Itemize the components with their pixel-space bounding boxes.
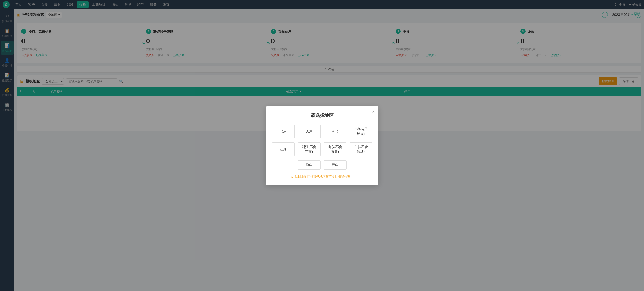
- modal-warning: ⊙ 除以上地区外其他地区暂不支持报税检查！: [272, 175, 372, 179]
- region-btn-tianjin[interactable]: 天津: [298, 125, 321, 138]
- region-select-modal: × 请选择地区 北京 天津 河北 上海(电子税局) 江苏 浙江(不含宁波) 山东…: [266, 106, 378, 185]
- region-btn-zhejiang[interactable]: 浙江(不含宁波): [298, 142, 321, 156]
- warning-icon: ⊙: [291, 175, 293, 178]
- region-btn-hebei[interactable]: 河北: [324, 125, 346, 138]
- region-btn-yunnan[interactable]: 云南: [324, 160, 347, 170]
- region-btn-shandong[interactable]: 山东(不含青岛): [324, 142, 346, 156]
- region-row-1: 北京 天津 河北 上海(电子税局): [272, 125, 372, 138]
- region-row-3: 海南 云南: [272, 160, 372, 170]
- region-row-2: 江苏 浙江(不含宁波) 山东(不含青岛) 广东(不含深圳): [272, 142, 372, 156]
- region-btn-jiangsu[interactable]: 江苏: [272, 142, 295, 156]
- warning-text: 除以上地区外其他地区暂不支持报税检查！: [295, 175, 353, 179]
- region-btn-beijing[interactable]: 北京: [272, 125, 295, 138]
- region-btn-hainan[interactable]: 海南: [298, 160, 321, 170]
- region-btn-guangdong[interactable]: 广东(不含深圳): [350, 142, 372, 156]
- modal-close-button[interactable]: ×: [372, 109, 375, 115]
- modal-overlay[interactable]: × 请选择地区 北京 天津 河北 上海(电子税局) 江苏 浙江(不含宁波) 山东…: [0, 0, 644, 291]
- region-btn-shanghai[interactable]: 上海(电子税局): [350, 125, 372, 138]
- modal-title: 请选择地区: [272, 112, 372, 118]
